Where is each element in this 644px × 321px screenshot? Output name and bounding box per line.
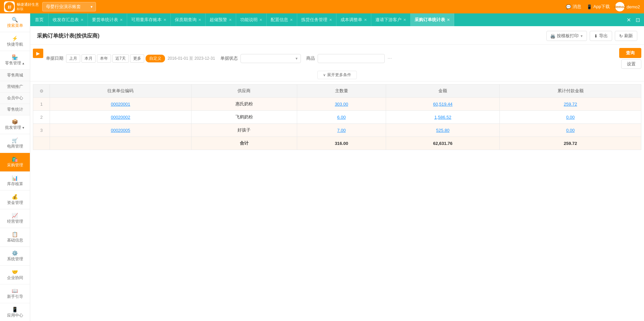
row2-qty[interactable]: 6.00: [297, 111, 386, 124]
tab-function-desc[interactable]: 功能说明 ✕: [236, 13, 267, 26]
tab-shelf-life[interactable]: 保质期查询 ✕: [171, 13, 206, 26]
tab-close-icon[interactable]: ✕: [80, 18, 84, 22]
tab-close-icon[interactable]: ✕: [290, 18, 293, 22]
sidebar: 🔍 搜索菜单 ⚡ 快捷导航 🏪 零售管理 ▲ 零售商城 营销推广 会员中心 零售…: [0, 13, 30, 321]
export-btn[interactable]: ⬇ 导出: [590, 31, 612, 41]
date-btn-this-year[interactable]: 本年: [97, 54, 111, 63]
gear-settings-icon[interactable]: ⚙: [40, 89, 44, 94]
row3-code[interactable]: 00020005: [50, 124, 192, 137]
tab-goods-stats[interactable]: 要货单统计表 ✕: [88, 13, 127, 26]
tab-config-info[interactable]: 配置信息 ✕: [267, 13, 297, 26]
tab-close-icon[interactable]: ✕: [403, 18, 406, 22]
query-btn[interactable]: 查询: [619, 48, 641, 58]
tab-close-icon[interactable]: ✕: [364, 18, 367, 22]
settings-btn[interactable]: 设置: [621, 59, 641, 69]
tab-purchase-stats[interactable]: 采购订单统计表 ✕: [411, 13, 454, 26]
sidebar-item-inventory[interactable]: 📊 库存核算: [0, 172, 30, 191]
footer-qty: 316.00: [297, 137, 386, 150]
date-btn-more[interactable]: 更多: [130, 54, 144, 63]
tab-invite-downstream[interactable]: 邀请下游客户 ✕: [371, 13, 411, 26]
sidebar-item-basic-info[interactable]: 📋 基础信息: [0, 228, 30, 247]
row3-qty[interactable]: 7.00: [297, 124, 386, 137]
sidebar-item-operations[interactable]: 📈 经营管理: [0, 209, 30, 228]
goods-input[interactable]: [318, 54, 385, 63]
sidebar-item-system[interactable]: ⚙️ 系统管理: [0, 247, 30, 266]
page-title: 采购订单统计表(按供应商): [37, 33, 100, 40]
sidebar-item-search[interactable]: 🔍 搜索菜单: [0, 13, 30, 32]
tab-close-icon[interactable]: ✕: [229, 18, 232, 22]
download-icon: 📱: [587, 4, 592, 9]
date-btn-custom[interactable]: 自定义: [146, 55, 165, 62]
tab-home[interactable]: 首页: [30, 13, 49, 26]
message-btn[interactable]: 💬 消息: [566, 4, 581, 10]
row1-supplier: 惠氏奶粉: [191, 98, 297, 111]
tab-expand-icon[interactable]: ⊡: [634, 15, 641, 24]
row2-paid[interactable]: 0.00: [500, 111, 641, 124]
row2-code[interactable]: 00020002: [50, 111, 192, 124]
date-btn-this-month[interactable]: 本月: [82, 54, 96, 63]
tab-overstock[interactable]: 超储预警 ✕: [206, 13, 236, 26]
sidebar-item-purchase[interactable]: 🛍️ 采购管理: [0, 153, 30, 172]
refresh-icon: ↻: [619, 34, 623, 39]
sidebar-item-app-center[interactable]: 📱 应用中心: [0, 303, 30, 321]
wholesale-expand-icon: ▼: [22, 126, 25, 129]
row2-supplier: 飞鹤奶粉: [191, 111, 297, 124]
sidebar-item-finance[interactable]: 💰 资金管理: [0, 191, 30, 209]
logo-subtext: 标版: [17, 7, 39, 11]
sidebar-item-retail-stats[interactable]: 零售统计: [0, 104, 30, 115]
row3-amount[interactable]: 525.80: [386, 124, 500, 137]
status-label: 单据状态: [220, 55, 238, 61]
sidebar-item-ecommerce[interactable]: 🛒 电商管理: [0, 134, 30, 153]
row3-num: 3: [33, 124, 50, 137]
tab-close-icon[interactable]: ✕: [198, 18, 201, 22]
expand-icon: ▲: [22, 62, 25, 65]
sidebar-item-enterprise-collab[interactable]: 🤝 企业协同: [0, 266, 30, 284]
date-btn-last-month[interactable]: 上月: [66, 54, 80, 63]
inventory-icon: 📊: [0, 175, 30, 181]
table-footer-row: 合计 316.00 62,631.76 259.72: [33, 137, 641, 150]
status-select[interactable]: [240, 54, 301, 63]
tab-close-all-icon[interactable]: ✕: [625, 15, 632, 24]
expand-more-btn[interactable]: ∨ 展开更多条件: [317, 71, 357, 79]
sidebar-item-quick-nav[interactable]: ⚡ 快捷导航: [0, 32, 30, 51]
col-supplier-header: 供应商: [191, 85, 297, 98]
sidebar-item-retail-shop[interactable]: 零售商城: [0, 70, 30, 81]
template-print-btn[interactable]: 🖨️ 按模板打印 ▼: [546, 31, 587, 41]
sidebar-item-wholesale[interactable]: 📦 批发管理 ▼: [0, 115, 30, 134]
refresh-btn[interactable]: ↻ 刷新: [615, 31, 637, 41]
row1-code[interactable]: 00020001: [50, 98, 192, 111]
date-btn-7days[interactable]: 近7天: [112, 54, 129, 63]
footer-paid: 259.72: [500, 137, 641, 150]
ecommerce-icon: 🛒: [0, 138, 30, 144]
tab-close-icon[interactable]: ✕: [259, 18, 262, 22]
tab-close-icon[interactable]: ✕: [447, 18, 450, 22]
row1-paid[interactable]: 259.72: [500, 98, 641, 111]
tab-close-icon[interactable]: ✕: [120, 18, 123, 22]
row1-num: 1: [33, 98, 50, 111]
col-code-header: 往来单位编码: [50, 85, 192, 98]
user-menu[interactable]: demo2 demo2: [615, 2, 640, 11]
goods-label: 商品: [306, 55, 315, 61]
footer-amount: 62,631.76: [386, 137, 500, 150]
sidebar-item-member[interactable]: 会员中心: [0, 93, 30, 104]
tab-pick-task[interactable]: 拣货任务管理 ✕: [297, 13, 336, 26]
row1-amount[interactable]: 60,519.44: [386, 98, 500, 111]
workspace-selector[interactable]: 母婴行业演示账套 ▼: [42, 2, 96, 11]
goods-more-icon[interactable]: ···: [387, 55, 392, 61]
tab-cost-adjust[interactable]: 成本调整单 ✕: [336, 13, 371, 26]
app-download-btn[interactable]: 📱 App下载: [587, 4, 610, 10]
tab-close-icon[interactable]: ✕: [163, 18, 166, 22]
sidebar-item-retail[interactable]: 🏪 零售管理 ▲: [0, 51, 30, 70]
row1-qty[interactable]: 303.00: [297, 98, 386, 111]
row3-paid[interactable]: 0.00: [500, 124, 641, 137]
col-gear[interactable]: ⚙: [33, 85, 50, 98]
data-table: ⚙ 往来单位编码 供应商 主数量 金额 累计付款金额 1 00020001: [33, 84, 641, 150]
sidebar-item-marketing[interactable]: 营销推广: [0, 81, 30, 93]
row2-amount[interactable]: 1,586.52: [386, 111, 500, 124]
tab-receive-summary[interactable]: 收发存汇总表 ✕: [49, 13, 88, 26]
tab-close-icon[interactable]: ✕: [329, 18, 332, 22]
finance-icon: 💰: [0, 194, 30, 200]
filter-toggle-btn[interactable]: ▶: [33, 49, 43, 58]
sidebar-item-new-guide[interactable]: 📖 新手引导: [0, 284, 30, 303]
tab-available-stock[interactable]: 可用量库存账本 ✕: [127, 13, 171, 26]
